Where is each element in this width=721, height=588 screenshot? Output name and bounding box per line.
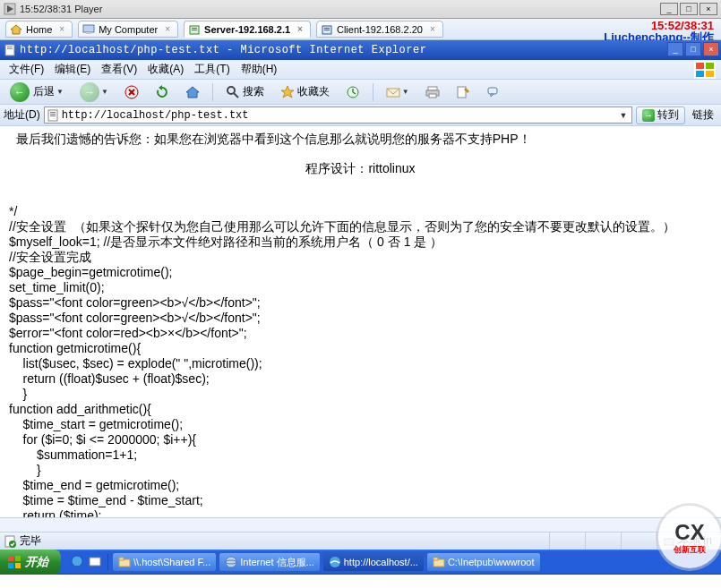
quicklaunch-item[interactable] bbox=[88, 554, 104, 570]
svg-rect-7 bbox=[192, 30, 197, 30]
svg-rect-3 bbox=[83, 25, 94, 32]
ie-maximize-button[interactable]: □ bbox=[685, 42, 701, 56]
computer-icon bbox=[82, 23, 95, 36]
discuss-icon bbox=[486, 85, 501, 99]
svg-rect-39 bbox=[50, 112, 56, 113]
svg-rect-33 bbox=[429, 94, 436, 98]
outer-tab-label: Home bbox=[26, 24, 52, 35]
svg-rect-10 bbox=[324, 30, 330, 30]
ie-icon bbox=[329, 556, 341, 568]
horizontal-scrollbar[interactable] bbox=[0, 517, 721, 532]
outer-tab-mycomputer[interactable]: My Computer × bbox=[78, 21, 178, 38]
menu-help[interactable]: 帮助(H) bbox=[236, 62, 283, 77]
ie-status-bar: 完毕 本地 In bbox=[0, 532, 721, 550]
chevron-down-icon[interactable]: ▼ bbox=[402, 88, 409, 96]
taskbar-item[interactable]: Internet 信息服... bbox=[219, 552, 321, 572]
start-button[interactable]: 开始 bbox=[0, 550, 61, 575]
ie-close-button[interactable]: × bbox=[703, 42, 719, 56]
player-minimize-button[interactable]: _ bbox=[660, 3, 678, 15]
address-input-wrap[interactable]: ▼ bbox=[44, 107, 632, 124]
mail-icon bbox=[386, 85, 400, 99]
menu-view[interactable]: 查看(V) bbox=[96, 62, 142, 77]
refresh-icon bbox=[155, 85, 169, 99]
outer-tab-label: Server-192.168.2.1 bbox=[204, 24, 290, 35]
search-button[interactable]: 搜索 bbox=[219, 82, 270, 102]
stop-button[interactable] bbox=[118, 82, 145, 102]
folder-icon bbox=[433, 556, 445, 568]
outer-tab-client[interactable]: Client-192.168.2.20 × bbox=[316, 21, 443, 38]
back-button[interactable]: ← 后退 ▼ bbox=[4, 82, 70, 102]
menu-edit[interactable]: 编辑(E) bbox=[49, 62, 96, 77]
chevron-down-icon[interactable]: ▼ bbox=[101, 88, 108, 96]
taskbar-item[interactable]: http://localhost/... bbox=[322, 552, 425, 572]
start-label: 开始 bbox=[25, 554, 48, 570]
search-icon bbox=[226, 85, 240, 99]
history-button[interactable] bbox=[339, 82, 366, 102]
star-icon bbox=[280, 85, 295, 99]
print-icon bbox=[425, 85, 440, 99]
home-button[interactable] bbox=[179, 82, 206, 102]
svg-rect-9 bbox=[324, 28, 330, 29]
ie-address-bar: 地址(D) ▼ → 转到 链接 bbox=[0, 105, 721, 126]
menu-tools[interactable]: 工具(T) bbox=[189, 62, 235, 77]
go-button[interactable]: → 转到 bbox=[636, 107, 685, 124]
toolbar-separator bbox=[212, 83, 213, 101]
close-icon[interactable]: × bbox=[297, 24, 303, 34]
history-icon bbox=[346, 85, 360, 99]
taskbar-item[interactable]: C:\Inetpub\wwwroot bbox=[426, 552, 541, 572]
back-arrow-icon: ← bbox=[10, 82, 30, 102]
edit-button[interactable] bbox=[450, 82, 476, 102]
close-icon[interactable]: × bbox=[430, 24, 435, 34]
back-label: 后退 bbox=[33, 84, 55, 99]
ie-window-controls: _ □ × bbox=[667, 42, 719, 56]
menu-file[interactable]: 文件(F) bbox=[4, 62, 49, 77]
mail-button[interactable]: ▼ bbox=[380, 82, 416, 102]
stop-icon bbox=[124, 85, 139, 99]
outer-tab-strip: Home × My Computer × Server-192.168.2.1 … bbox=[0, 19, 721, 40]
ie-minimize-button[interactable]: _ bbox=[667, 42, 683, 56]
quicklaunch-item[interactable] bbox=[70, 554, 86, 570]
discuss-button[interactable] bbox=[480, 82, 507, 102]
ie-throbber-logo bbox=[692, 61, 717, 79]
menu-favorites[interactable]: 收藏(A) bbox=[142, 62, 189, 77]
outer-tab-home[interactable]: Home × bbox=[5, 21, 73, 38]
zone-text: 本地 In bbox=[679, 533, 712, 549]
windows-taskbar: 开始 \\.host\Shared F... Internet 信息服... h… bbox=[0, 550, 721, 575]
svg-point-54 bbox=[226, 557, 236, 567]
outer-tab-server[interactable]: Server-192.168.2.1 × bbox=[184, 21, 311, 38]
favorites-button[interactable]: 收藏夹 bbox=[274, 82, 336, 102]
ie-titlebar: http://localhost/php-test.txt - Microsof… bbox=[0, 40, 721, 60]
address-input[interactable] bbox=[62, 109, 617, 122]
svg-marker-2 bbox=[11, 25, 21, 34]
server-blue-icon bbox=[321, 23, 333, 36]
home-icon bbox=[185, 85, 200, 99]
refresh-button[interactable] bbox=[149, 82, 176, 102]
forward-button[interactable]: → ▼ bbox=[73, 82, 115, 102]
links-button[interactable]: 链接 bbox=[689, 107, 717, 123]
notice-line: 最后我们遗憾的告诉您：如果您在浏览器中看到这个信息那么就说明您的服务器不支持PH… bbox=[9, 132, 531, 146]
svg-marker-26 bbox=[281, 86, 294, 98]
print-button[interactable] bbox=[419, 82, 446, 102]
player-close-button[interactable]: × bbox=[700, 3, 717, 15]
favorites-label: 收藏夹 bbox=[297, 84, 330, 99]
address-dropdown-icon[interactable]: ▼ bbox=[617, 111, 630, 120]
close-icon[interactable]: × bbox=[59, 24, 64, 34]
player-app-icon bbox=[4, 3, 16, 15]
svg-line-25 bbox=[234, 93, 238, 98]
windows-flag-icon bbox=[7, 555, 21, 569]
svg-marker-23 bbox=[186, 87, 199, 98]
chevron-down-icon[interactable]: ▼ bbox=[56, 88, 64, 96]
svg-rect-6 bbox=[192, 28, 197, 29]
svg-rect-51 bbox=[90, 558, 100, 566]
go-label: 转到 bbox=[657, 107, 679, 123]
svg-rect-53 bbox=[119, 558, 124, 560]
taskbar-item[interactable]: \\.host\Shared F... bbox=[112, 552, 217, 572]
page-content[interactable]: 最后我们遗憾的告诉您：如果您在浏览器中看到这个信息那么就说明您的服务器不支持PH… bbox=[0, 126, 721, 517]
svg-rect-11 bbox=[5, 45, 14, 55]
close-icon[interactable]: × bbox=[165, 24, 170, 34]
player-maximize-button[interactable]: □ bbox=[680, 3, 698, 15]
svg-rect-18 bbox=[706, 71, 714, 77]
designer-line: 程序设计：rittolinux bbox=[9, 161, 712, 175]
quick-launch bbox=[66, 554, 108, 570]
status-text: 完毕 bbox=[20, 533, 549, 549]
